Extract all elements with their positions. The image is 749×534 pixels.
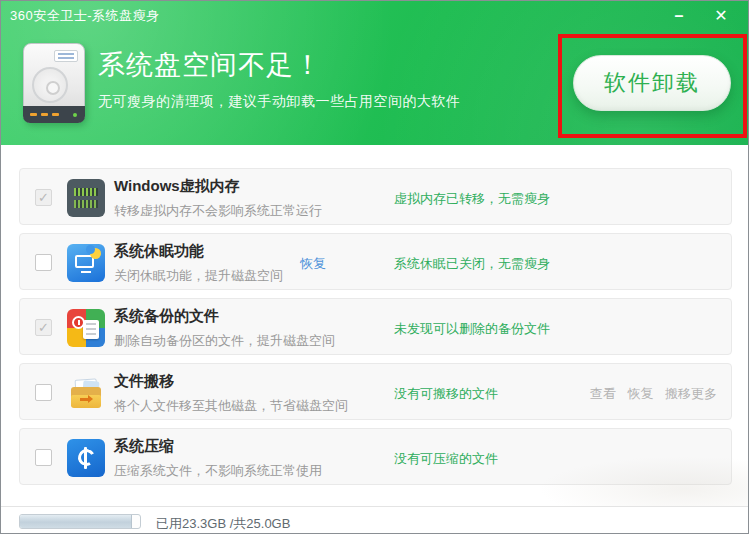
- close-button[interactable]: ✕: [708, 5, 734, 27]
- progress-fill: [20, 515, 132, 528]
- file-move-icon: [67, 374, 105, 412]
- disk-usage-text: 已用23.3GB /共25.0GB: [156, 515, 290, 533]
- item-description: 压缩系统文件，不影响系统正常使用: [114, 462, 322, 480]
- page-title: 系统盘空间不足！: [98, 47, 322, 83]
- restore-link[interactable]: 恢复: [627, 386, 653, 401]
- compress-icon: [67, 439, 105, 477]
- checkbox-virtual-memory: ✓: [35, 189, 52, 206]
- footer-bar: 已用23.3GB /共25.0GB: [1, 506, 749, 534]
- item-description: 关闭休眠功能，提升磁盘空间: [114, 267, 283, 285]
- checkbox-file-move[interactable]: [35, 384, 52, 401]
- page-subtitle: 无可瘦身的清理项，建议手动卸载一些占用空间的大软件: [98, 93, 461, 111]
- item-title: 系统压缩: [114, 437, 322, 456]
- item-links: 查看 恢复 搬移更多: [582, 385, 717, 403]
- minimize-button[interactable]: –: [666, 5, 692, 27]
- list-item-virtual-memory: ✓ Windows虚拟内存 转移虚拟内存不会影响系统正常运行 虚拟内存已转移，无…: [19, 168, 732, 225]
- list-item-file-move: 文件搬移 将个人文件移至其他磁盘，节省磁盘空间 没有可搬移的文件 查看 恢复 搬…: [19, 363, 732, 420]
- checkbox-backup-files: ✓: [35, 319, 52, 336]
- item-title: 系统备份的文件: [114, 307, 335, 326]
- item-status: 没有可搬移的文件: [394, 385, 498, 403]
- item-title: Windows虚拟内存: [114, 177, 322, 196]
- item-title: 系统休眠功能: [114, 242, 283, 261]
- move-more-link[interactable]: 搬移更多: [665, 386, 717, 401]
- hard-drive-icon: [23, 43, 85, 123]
- list-item-backup-files: ✓ 系统备份的文件 删除自动备份区的文件，提升磁盘空间 未发现可以删除的备份文件: [19, 298, 732, 355]
- item-status: 没有可压缩的文件: [394, 450, 498, 468]
- item-status: 未发现可以删除的备份文件: [394, 320, 550, 338]
- list-item-hibernate: 系统休眠功能 关闭休眠功能，提升磁盘空间 恢复 系统休眠已关闭，无需瘦身: [19, 233, 732, 290]
- backup-files-icon: [67, 309, 105, 347]
- uninstall-software-button[interactable]: 软件卸载: [573, 55, 731, 111]
- item-status: 系统休眠已关闭，无需瘦身: [394, 255, 550, 273]
- item-status: 虚拟内存已转移，无需瘦身: [394, 190, 550, 208]
- item-description: 删除自动备份区的文件，提升磁盘空间: [114, 332, 335, 350]
- ram-icon: [67, 179, 105, 217]
- list-item-system-compress: 系统压缩 压缩系统文件，不影响系统正常使用 没有可压缩的文件: [19, 428, 732, 485]
- header: 360安全卫士-系统盘瘦身 – ✕ 系统盘空间不足！ 无可瘦身的清理项，建议手动…: [1, 1, 749, 145]
- view-link[interactable]: 查看: [590, 386, 616, 401]
- window-title: 360安全卫士-系统盘瘦身: [10, 7, 160, 25]
- restore-link[interactable]: 恢复: [300, 255, 326, 273]
- item-title: 文件搬移: [114, 372, 348, 391]
- item-description: 将个人文件移至其他磁盘，节省磁盘空间: [114, 397, 348, 415]
- checkbox-hibernate[interactable]: [35, 254, 52, 271]
- app-window: 360安全卫士-系统盘瘦身 – ✕ 系统盘空间不足！ 无可瘦身的清理项，建议手动…: [0, 0, 749, 534]
- checkbox-system-compress[interactable]: [35, 449, 52, 466]
- hibernate-icon: [67, 244, 105, 282]
- title-bar: 360安全卫士-系统盘瘦身 – ✕: [1, 1, 749, 29]
- item-description: 转移虚拟内存不会影响系统正常运行: [114, 202, 322, 220]
- disk-usage-progressbar: [19, 514, 141, 529]
